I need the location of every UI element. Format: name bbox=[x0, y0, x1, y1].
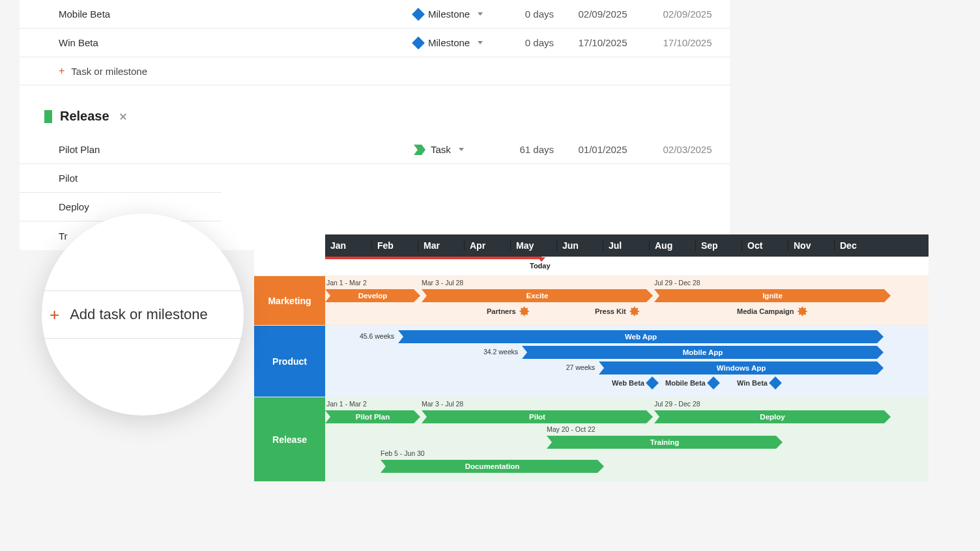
month-label: Jul bbox=[603, 240, 649, 251]
gantt-bar[interactable]: Pilot bbox=[422, 410, 653, 423]
task-start-date[interactable]: 02/09/2025 bbox=[560, 8, 645, 20]
month-label: Jun bbox=[556, 240, 603, 251]
diamond-icon bbox=[769, 376, 782, 389]
task-name: Pilot bbox=[59, 173, 414, 184]
chevron-down-icon bbox=[478, 12, 483, 16]
task-start-date[interactable]: 01/01/2025 bbox=[560, 144, 645, 155]
task-table: Mobile Beta Milestone 0 days 02/09/2025 … bbox=[20, 0, 730, 250]
gantt-bar[interactable]: Windows App bbox=[599, 361, 884, 374]
starburst-icon bbox=[519, 306, 530, 317]
starburst-icon bbox=[629, 306, 640, 317]
task-type-cell[interactable]: Milestone bbox=[414, 8, 512, 20]
timeline-group-product: Product 45.6 weeks Web App 34.2 weeks Mo… bbox=[254, 325, 929, 397]
task-end-date[interactable]: 02/09/2025 bbox=[645, 8, 730, 20]
task-type-cell[interactable]: Task bbox=[414, 144, 512, 155]
task-name: Deploy bbox=[59, 201, 414, 212]
month-label: Aug bbox=[649, 240, 695, 251]
today-progress-line bbox=[325, 257, 541, 259]
plus-icon: + bbox=[50, 305, 59, 325]
date-range: Jul 29 - Dec 28 bbox=[654, 279, 700, 287]
table-row[interactable]: Pilot Plan Task 61 days 01/01/2025 02/03… bbox=[20, 135, 730, 164]
table-row[interactable]: Mobile Beta Milestone 0 days 02/09/2025 … bbox=[20, 0, 730, 29]
section-color-marker bbox=[44, 110, 52, 123]
milestone-chip[interactable]: Press Kit bbox=[595, 306, 640, 317]
date-range: Jul 29 - Dec 28 bbox=[654, 400, 700, 408]
collapse-icon[interactable] bbox=[117, 111, 129, 122]
timeline-group-release: Release Jan 1 - Mar 2 Mar 3 - Jul 28 Jul… bbox=[254, 397, 929, 481]
today-label: Today bbox=[530, 262, 551, 270]
month-label: Jan bbox=[325, 240, 371, 251]
gantt-bar[interactable]: Develop bbox=[325, 289, 420, 302]
table-row[interactable]: Pilot bbox=[20, 164, 222, 193]
duration-label: 27 weeks bbox=[566, 363, 599, 371]
duration-label: 45.6 weeks bbox=[360, 332, 398, 340]
date-range: Jan 1 - Mar 2 bbox=[326, 400, 367, 408]
gantt-bar[interactable]: Deploy bbox=[654, 410, 891, 423]
month-label: Mar bbox=[418, 240, 464, 251]
milestone-chip[interactable]: Mobile Beta bbox=[665, 378, 718, 388]
date-range: Mar 3 - Jul 28 bbox=[422, 400, 463, 408]
group-label: Product bbox=[254, 326, 325, 397]
date-range: Mar 3 - Jul 28 bbox=[422, 279, 463, 287]
plus-icon: + bbox=[59, 65, 65, 77]
month-label: Feb bbox=[371, 240, 418, 251]
group-body: Jan 1 - Mar 2 Mar 3 - Jul 28 Jul 29 - De… bbox=[325, 276, 929, 325]
add-task-button-zoomed[interactable]: + Add task or milestone bbox=[42, 290, 244, 339]
month-label: May bbox=[510, 240, 556, 251]
task-name: Mobile Beta bbox=[59, 8, 414, 20]
group-body: 45.6 weeks Web App 34.2 weeks Mobile App… bbox=[325, 326, 929, 397]
task-arrow-icon bbox=[414, 145, 425, 155]
gantt-bar[interactable]: Ignite bbox=[654, 289, 891, 302]
month-label: Nov bbox=[788, 240, 834, 251]
add-task-row[interactable]: + Task or milestone bbox=[20, 57, 730, 85]
add-task-label: Task or milestone bbox=[71, 66, 147, 77]
section-header-release[interactable]: Release bbox=[20, 85, 730, 135]
group-label: Release bbox=[254, 397, 325, 481]
task-duration: 61 days bbox=[512, 144, 560, 155]
month-label: Oct bbox=[742, 240, 788, 251]
milestone-chip[interactable]: Win Beta bbox=[737, 378, 780, 388]
task-start-date[interactable]: 17/10/2025 bbox=[560, 37, 645, 48]
timeline-group-marketing: Marketing Jan 1 - Mar 2 Mar 3 - Jul 28 J… bbox=[254, 276, 929, 325]
milestone-diamond-icon bbox=[412, 36, 425, 49]
add-task-label: Add task or milestone bbox=[70, 306, 208, 323]
chevron-down-icon bbox=[478, 41, 483, 44]
date-range: May 20 - Oct 22 bbox=[547, 425, 596, 433]
starburst-icon bbox=[797, 306, 807, 317]
milestone-chip[interactable]: Media Campaign bbox=[737, 306, 807, 317]
chevron-down-icon bbox=[459, 148, 464, 151]
task-type-cell[interactable]: Milestone bbox=[414, 37, 512, 48]
task-type-label: Milestone bbox=[428, 8, 470, 20]
duration-label: 34.2 weeks bbox=[483, 348, 522, 356]
month-label: Apr bbox=[464, 240, 510, 251]
gantt-bar[interactable]: Excite bbox=[422, 289, 653, 302]
month-label: Sep bbox=[695, 240, 742, 251]
group-label: Marketing bbox=[254, 276, 325, 325]
date-range: Feb 5 - Jun 30 bbox=[381, 449, 425, 457]
task-duration: 0 days bbox=[512, 37, 560, 48]
gantt-bar[interactable]: Mobile App bbox=[522, 346, 884, 359]
gantt-bar[interactable]: Documentation bbox=[381, 460, 604, 473]
diamond-icon bbox=[646, 376, 659, 389]
task-end-date[interactable]: 17/10/2025 bbox=[645, 37, 730, 48]
task-type-label: Task bbox=[431, 144, 451, 155]
table-row[interactable]: Win Beta Milestone 0 days 17/10/2025 17/… bbox=[20, 29, 730, 57]
gantt-bar[interactable]: Pilot Plan bbox=[325, 410, 420, 423]
task-end-date[interactable]: 02/03/2025 bbox=[645, 144, 730, 155]
date-range: Jan 1 - Mar 2 bbox=[326, 279, 367, 287]
milestone-chip[interactable]: Partners bbox=[487, 306, 530, 317]
task-type-label: Milestone bbox=[428, 37, 470, 48]
gantt-bar[interactable]: Web App bbox=[398, 330, 884, 343]
month-label: Dec bbox=[834, 240, 880, 251]
task-name: Pilot Plan bbox=[59, 144, 414, 155]
svg-marker-0 bbox=[414, 145, 425, 155]
group-body: Jan 1 - Mar 2 Mar 3 - Jul 28 Jul 29 - De… bbox=[325, 397, 929, 481]
milestone-chip[interactable]: Web Beta bbox=[612, 378, 657, 388]
milestone-diamond-icon bbox=[412, 8, 425, 21]
diamond-icon bbox=[707, 376, 720, 389]
gantt-bar[interactable]: Training bbox=[547, 436, 783, 449]
timeline-gantt: Jan Feb Mar Apr May Jun Jul Aug Sep Oct … bbox=[254, 234, 929, 481]
section-title: Release bbox=[60, 109, 109, 124]
magnifier-zoom: + Add task or milestone bbox=[42, 214, 244, 416]
task-duration: 0 days bbox=[512, 8, 560, 20]
